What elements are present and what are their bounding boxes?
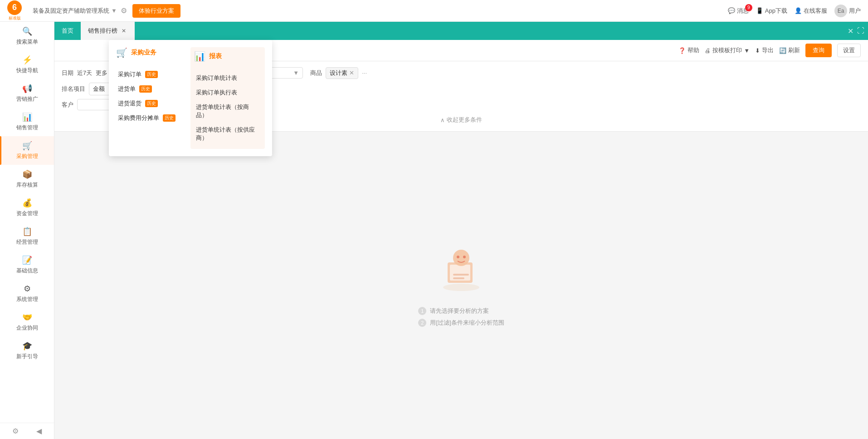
- return-label: 进货退货: [118, 99, 141, 108]
- topbar-settings-icon[interactable]: ⚙: [121, 6, 127, 15]
- empty-content: 1 请先选择要分析的方案 2 用[过滤]条件来缩小分析范围: [54, 132, 868, 439]
- tab-sales-rank[interactable]: 销售排行榜 ✕: [81, 22, 135, 40]
- sidebar-item-basic-info[interactable]: 📝 基础信息: [0, 251, 54, 279]
- date-label: 日期: [62, 69, 73, 77]
- tab-home[interactable]: 首页: [54, 22, 81, 40]
- tab-expand-icon[interactable]: ⛶: [857, 27, 864, 35]
- history-badge-3: 历史: [145, 100, 158, 107]
- po-exec-label: 采购订单执行表: [196, 89, 237, 97]
- logo-subtitle: 标准版: [9, 15, 21, 21]
- messages-icon: 💬: [728, 7, 735, 14]
- sidebar-item-finance[interactable]: 💰 资金管理: [0, 193, 54, 222]
- service-icon: 👤: [795, 7, 802, 14]
- export-button[interactable]: ⬇ 导出: [755, 46, 774, 54]
- sidebar-item-inventory[interactable]: 📦 库存核算: [0, 165, 54, 193]
- empty-svg: [434, 242, 488, 296]
- tab-close-icon[interactable]: ✕: [120, 27, 127, 35]
- sidebar-bottom: ⚙ ◀: [0, 423, 54, 439]
- dropdown-item-purchase-order[interactable]: 采购订单 历史: [116, 67, 183, 82]
- user-button[interactable]: Ea 用户: [834, 5, 861, 17]
- goods-tag-close[interactable]: ✕: [349, 69, 354, 76]
- refresh-button[interactable]: 🔄 刷新: [779, 46, 800, 54]
- export-label: 导出: [762, 46, 774, 54]
- messages-button[interactable]: 💬 消息 9: [728, 7, 749, 15]
- title-dropdown-icon[interactable]: ▼: [111, 7, 117, 14]
- phone-icon: 📱: [756, 7, 763, 14]
- collapse-label: 收起更多条件: [447, 116, 482, 124]
- history-badge-4: 历史: [163, 114, 176, 122]
- guide-icon: 🎓: [22, 341, 32, 351]
- svg-point-3: [453, 250, 469, 266]
- collapse-sidebar-icon[interactable]: ◀: [36, 427, 42, 435]
- print-label: 按模板打印: [712, 46, 742, 54]
- date-more[interactable]: 更多: [96, 69, 107, 77]
- purchase-col-icon: 🛒: [116, 47, 127, 58]
- tab-close-all-icon[interactable]: ✕: [848, 27, 853, 35]
- dropdown-item-incoming[interactable]: 进货单 历史: [116, 82, 183, 96]
- dropdown-item-incoming-by-goods[interactable]: 进货单统计表（按商品）: [194, 100, 261, 123]
- logo-icon: 6: [7, 0, 22, 15]
- goods-tag-label: 设计素: [330, 69, 347, 77]
- query-button[interactable]: 查询: [805, 44, 832, 57]
- sidebar-label-purchase: 采购管理: [16, 153, 38, 160]
- dropdown-item-return[interactable]: 进货退货 历史: [116, 96, 183, 111]
- sidebar-item-marketing[interactable]: 📢 营销推广: [0, 79, 54, 108]
- sidebar-item-guide[interactable]: 🎓 新手引导: [0, 336, 54, 365]
- industry-button[interactable]: 体验行业方案: [132, 4, 180, 18]
- goods-label: 商品: [310, 69, 322, 77]
- sidebar-label-guide: 新手引导: [16, 353, 38, 360]
- sidebar-label-inventory: 库存核算: [16, 181, 38, 189]
- settings-button[interactable]: 设置: [837, 44, 861, 57]
- search-icon: 🔍: [22, 26, 32, 36]
- sidebar-label-operations: 经营管理: [16, 238, 38, 246]
- history-badge-1: 历史: [145, 71, 158, 78]
- print-button[interactable]: 🖨 按模板打印 ▼: [705, 46, 750, 54]
- avatar: Ea: [834, 5, 847, 17]
- sidebar-item-cooperation[interactable]: 🤝 企业协同: [0, 308, 54, 336]
- report-col-title-text: 报表: [209, 52, 222, 60]
- customer-label: 客户: [62, 101, 73, 109]
- online-service-label: 在线客服: [804, 7, 827, 15]
- sidebar-label-basic-info: 基础信息: [16, 267, 38, 275]
- sidebar-label-marketing: 营销推广: [16, 95, 38, 103]
- help-button[interactable]: ❓ 帮助: [678, 46, 699, 54]
- help-label: 帮助: [688, 46, 699, 54]
- sidebar-item-quick-nav[interactable]: ⚡ 快捷导航: [0, 50, 54, 79]
- inventory-icon: 📦: [22, 169, 32, 179]
- tab-home-label: 首页: [62, 27, 73, 35]
- status-dropdown-icon: ▼: [293, 69, 299, 76]
- hint-text-1: 请先选择要分析的方案: [430, 305, 489, 317]
- app-download-button[interactable]: 📱 App下载: [756, 7, 787, 15]
- online-service-button[interactable]: 👤 在线客服: [795, 7, 827, 15]
- tab-sales-rank-label: 销售排行榜: [88, 27, 117, 35]
- date-near7[interactable]: 近7天: [77, 69, 92, 77]
- dropdown-item-po-exec[interactable]: 采购订单执行表: [194, 85, 261, 100]
- sidebar-item-search[interactable]: 🔍 搜索菜单: [0, 22, 54, 50]
- sidebar-label-sales: 销售管理: [16, 124, 38, 132]
- avatar-text: Ea: [838, 8, 844, 14]
- dropdown-item-incoming-by-supplier[interactable]: 进货单统计表（按供应商）: [194, 123, 261, 145]
- svg-rect-6: [453, 274, 469, 276]
- refresh-icon: 🔄: [779, 47, 786, 54]
- history-badge-2: 历史: [139, 85, 152, 93]
- app-download-label: App下载: [765, 7, 787, 15]
- hint-num-2: 2: [418, 319, 426, 327]
- active-indicator: [0, 136, 1, 165]
- print-dropdown-icon: ▼: [744, 47, 750, 54]
- dropdown-item-po-summary[interactable]: 采购订单统计表: [194, 71, 261, 85]
- sidebar-item-sales[interactable]: 📊 销售管理: [0, 108, 54, 136]
- collapse-icon: ∧: [440, 117, 445, 123]
- bottom-settings-icon[interactable]: ⚙: [12, 427, 19, 435]
- top-bar: 6 标准版 装备及固定资产辅助管理系统 ▼ ⚙ 体验行业方案 💬 消息 9 📱 …: [0, 0, 868, 22]
- logo-area: 6 标准版: [7, 0, 22, 21]
- sidebar-item-operations[interactable]: 📋 经营管理: [0, 222, 54, 251]
- empty-hint-2: 2 用[过滤]条件来缩小分析范围: [418, 317, 504, 329]
- tab-bar-right: ✕ ⛶: [848, 27, 868, 35]
- report-col-title: 📊 报表: [194, 51, 261, 65]
- dropdown-item-cost-alloc[interactable]: 采购费用分摊单 历史: [116, 111, 183, 125]
- refresh-label: 刷新: [788, 46, 800, 54]
- sidebar-item-system[interactable]: ⚙ 系统管理: [0, 279, 54, 308]
- sidebar-item-purchase[interactable]: 🛒 采购管理: [0, 136, 54, 165]
- goods-more-btn[interactable]: ···: [362, 69, 367, 76]
- report-col: 📊 报表 采购订单统计表 采购订单执行表 进货单统计表（按商品） 进货单统计表（…: [190, 47, 265, 149]
